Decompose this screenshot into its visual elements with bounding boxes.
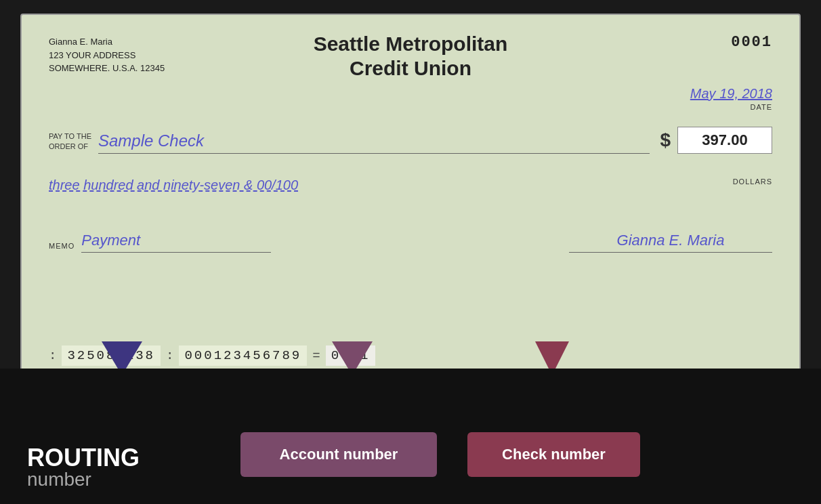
address-line2: SOMEWHERE. U.S.A. 12345 (49, 62, 165, 75)
amount-box: 397.00 (677, 127, 772, 154)
check-number-label-box: Check number (467, 432, 640, 477)
signature: Gianna E. Maria (617, 232, 725, 249)
payee-name: Sample Check (98, 131, 204, 150)
micr-account-number: 000123456789 (179, 345, 307, 366)
memo-value: Payment (81, 232, 140, 249)
address-line1: 123 YOUR ADDRESS (49, 49, 165, 62)
signature-section: Gianna E. Maria (569, 232, 772, 253)
routing-big-text: ROUTING (27, 444, 140, 472)
memo-line: Payment (81, 232, 271, 253)
account-holder-address: Gianna E. Maria 123 YOUR ADDRESS SOMEWHE… (49, 35, 165, 75)
pay-to-section: PAY TO THE ORDER OF Sample Check $ 397.0… (49, 127, 772, 154)
account-number-label-box: Account number (240, 432, 437, 477)
check-number-top: 0001 (731, 34, 772, 51)
written-amount: three hundred and ninety-seven & 00/100 (49, 177, 298, 192)
dollar-sign: $ (660, 129, 671, 154)
bank-name: Seattle Metropolitan Credit Union (314, 32, 508, 81)
written-amount-section: three hundred and ninety-seven & 00/100 (49, 177, 772, 193)
date-label: DATE (690, 103, 772, 111)
memo-section: MEMO Payment (49, 232, 271, 253)
micr-open-routing: : (49, 348, 56, 363)
memo-label: MEMO (49, 242, 75, 253)
pay-to-label: PAY TO THE ORDER OF (49, 131, 91, 154)
payee-line: Sample Check (98, 131, 650, 154)
dollars-label: DOLLARS (733, 177, 772, 186)
check-number-label: Check number (502, 446, 606, 463)
account-holder-name: Gianna E. Maria (49, 35, 165, 49)
check-document: 0001 Gianna E. Maria 123 YOUR ADDRESS SO… (20, 14, 801, 382)
micr-separator: = (312, 348, 320, 363)
bottom-legend-area: ROUTING number Account number Check numb… (0, 369, 821, 504)
date-area: May 19, 2018 DATE (690, 86, 772, 111)
micr-line: : 325084138 : 000123456789 = 0001 (49, 345, 772, 366)
account-number-label: Account number (280, 446, 398, 463)
date-value: May 19, 2018 (690, 86, 772, 102)
routing-label: ROUTING number (27, 444, 140, 490)
micr-close-routing: : (166, 348, 173, 363)
